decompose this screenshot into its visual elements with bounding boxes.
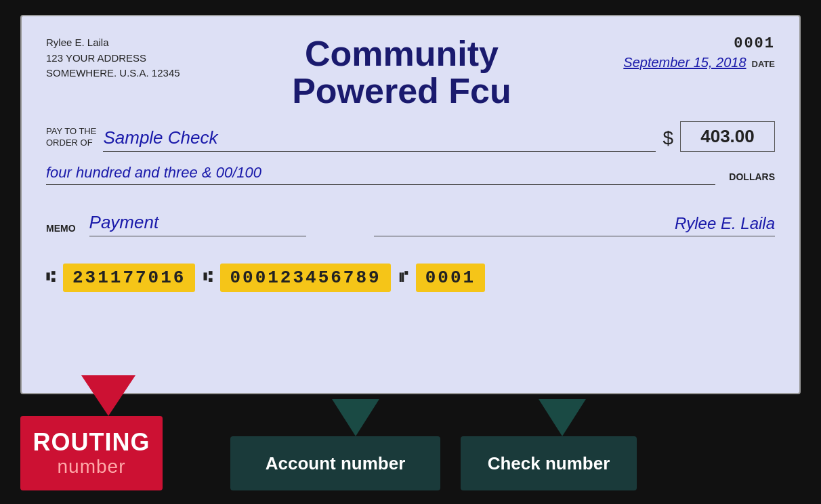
routing-label: ROUTING number [20, 416, 163, 490]
written-row: four hundred and three & 00/100 DOLLARS [46, 164, 775, 185]
micr-account-sep: ⑈ [399, 270, 408, 287]
check-date-row: September 15, 2018 DATE [623, 55, 775, 70]
written-amount: four hundred and three & 00/100 [46, 164, 715, 185]
payee-value: Sample Check [103, 127, 217, 148]
memo-line: Payment [89, 212, 306, 236]
pay-to-label: PAY TO THE ORDER OF [46, 126, 96, 149]
check-arrow [539, 399, 586, 436]
micr-row: ⑆ 231177016 ⑆ 000123456789 ⑈ 0001 [46, 264, 775, 292]
amount-value: 403.00 [700, 126, 755, 146]
payee-line: Sample Check [103, 127, 656, 152]
check-number-label: Check number [461, 436, 637, 490]
check-address: Rylee E. Laila 123 YOUR ADDRESS SOMEWHER… [46, 35, 180, 81]
routing-top-text: ROUTING [33, 429, 150, 456]
address-line1: 123 YOUR ADDRESS [46, 51, 180, 66]
dollars-label: DOLLARS [729, 171, 775, 182]
check-date-label: DATE [752, 59, 775, 69]
address-line2: SOMEWHERE. U.S.A. 12345 [46, 66, 180, 81]
micr-account: 000123456789 [220, 264, 390, 292]
routing-arrow [81, 375, 135, 416]
memo-value: Payment [89, 212, 159, 232]
account-number-label: Account number [230, 436, 440, 490]
memo-label: MEMO [46, 223, 76, 234]
micr-open-symbol: ⑆ [46, 270, 55, 287]
bank-name: Community Powered Fcu [201, 35, 604, 109]
memo-row: MEMO Payment Rylee E. Laila [46, 212, 775, 236]
amount-box: 403.00 [680, 121, 775, 152]
check-number-text: Check number [488, 453, 610, 474]
account-arrow [332, 399, 379, 436]
routing-bottom-text: number [58, 456, 126, 478]
micr-check-number: 0001 [416, 264, 485, 292]
check-top-row: Rylee E. Laila 123 YOUR ADDRESS SOMEWHER… [46, 35, 775, 109]
pay-row: PAY TO THE ORDER OF Sample Check $ 403.0… [46, 121, 775, 152]
check-paper: Rylee E. Laila 123 YOUR ADDRESS SOMEWHER… [20, 15, 801, 394]
check-top-right: 0001 September 15, 2018 DATE [623, 35, 775, 70]
signature-line: Rylee E. Laila [374, 214, 775, 236]
micr-close-symbol: ⑆ [203, 270, 212, 287]
check-date-value: September 15, 2018 [623, 55, 746, 70]
dollar-sign: $ [662, 127, 673, 149]
check-number-top: 0001 [721, 35, 775, 52]
address-name: Rylee E. Laila [46, 35, 180, 51]
signature-value: Rylee E. Laila [675, 214, 775, 232]
account-number-text: Account number [266, 453, 406, 474]
micr-routing: 231177016 [63, 264, 195, 292]
